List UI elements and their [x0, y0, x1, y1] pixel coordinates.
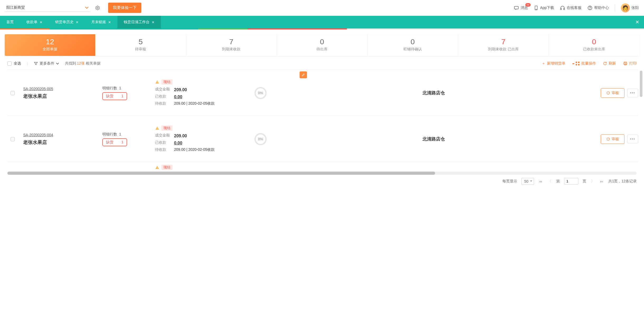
- divider: [615, 4, 615, 11]
- accent-bar: [0, 28, 644, 30]
- audit-button[interactable]: 审核: [601, 134, 624, 144]
- close-icon[interactable]: ✕: [40, 20, 42, 24]
- audit-button[interactable]: 审核: [601, 88, 624, 98]
- stat-card[interactable]: 12全部单据: [5, 34, 95, 56]
- received-value[interactable]: 0.00: [174, 139, 182, 147]
- warning-icon: [155, 165, 159, 169]
- more-button[interactable]: •••: [627, 89, 638, 97]
- more-filter[interactable]: 更多条件: [34, 61, 59, 66]
- plus-icon: ＋: [542, 61, 545, 66]
- stat-number: 0: [551, 37, 637, 46]
- tab-label: 钱货日清工作台: [124, 20, 150, 25]
- warehouse-name: 北清路店仓: [282, 90, 585, 96]
- row-checkbox[interactable]: [7, 91, 18, 95]
- edit-badge[interactable]: [300, 71, 307, 78]
- stat-card[interactable]: 7到期未收款: [186, 34, 277, 56]
- more-button[interactable]: •••: [627, 135, 638, 143]
- row-checkbox[interactable]: [7, 137, 18, 141]
- stat-label: 到期未收款 已出库: [460, 47, 546, 52]
- stat-card[interactable]: 0待出库: [277, 34, 368, 56]
- messages-link[interactable]: 消息 •••: [514, 5, 528, 11]
- gear-icon[interactable]: [95, 5, 100, 11]
- help-link[interactable]: 帮助中心: [587, 5, 609, 11]
- svg-rect-20: [157, 168, 157, 168]
- tab-月末锁账[interactable]: 月末锁账✕: [85, 16, 117, 28]
- stat-card[interactable]: 7到期未收款 已出库: [458, 34, 549, 56]
- tab-销货单历史[interactable]: 销货单历史✕: [49, 16, 85, 28]
- col-lines: 明细行数 1缺货1: [102, 86, 150, 100]
- add-order-button[interactable]: ＋ 新增销货单: [542, 61, 565, 66]
- print-button[interactable]: 打印: [623, 61, 637, 66]
- company-name: 阳江新商贸: [6, 5, 25, 10]
- stat-card[interactable]: 5待审核: [95, 34, 186, 56]
- service-label: 在线客服: [567, 6, 581, 10]
- svg-rect-16: [157, 83, 157, 83]
- order-number[interactable]: SA-20200205-004: [23, 133, 97, 137]
- page-input[interactable]: [564, 178, 578, 185]
- select-all[interactable]: 全选: [7, 61, 21, 66]
- avatar: 🧑: [621, 3, 630, 12]
- message-badge: •••: [525, 3, 531, 7]
- row-actions: 审核•••: [591, 88, 638, 98]
- per-page-select[interactable]: 50: [521, 178, 534, 185]
- order-list: SA-20200205-005老张水果店明细行数 1缺货1现结成交金额209.0…: [0, 70, 644, 172]
- pager-total: 共1页，12条记录: [608, 179, 637, 184]
- pay-tag: 现结: [161, 125, 172, 131]
- svg-rect-1: [515, 6, 518, 9]
- company-select[interactable]: 阳江新商贸: [5, 4, 90, 12]
- chevron-down-icon: [85, 6, 89, 9]
- next-page-icon[interactable]: 〉: [590, 179, 595, 184]
- svg-rect-17: [157, 128, 157, 129]
- found-suffix: 相关单据: [85, 61, 100, 65]
- prev-page-icon[interactable]: 〈: [547, 179, 552, 184]
- try-button[interactable]: 我要体验一下: [108, 3, 141, 13]
- svg-rect-18: [157, 129, 157, 129]
- last-page-icon[interactable]: ⏭: [599, 179, 604, 183]
- page-suffix: 页: [583, 179, 586, 184]
- pager: 每页显示 50 ⏮ 〈 第 页 〉 ⏭ 共1页，12条记录: [0, 175, 644, 188]
- app-download-link[interactable]: App下载: [534, 5, 554, 11]
- svg-rect-15: [157, 81, 157, 82]
- found-count: 12张: [77, 61, 85, 65]
- stat-card[interactable]: 0旺铺待确认: [367, 34, 458, 56]
- user-name: 张阳: [631, 6, 639, 10]
- stat-label: 待出库: [279, 47, 365, 52]
- tab-label: 月末锁账: [91, 20, 106, 25]
- tab-钱货日清工作台[interactable]: 钱货日清工作台✕: [117, 16, 161, 28]
- more-filter-label: 更多条件: [40, 61, 54, 66]
- service-link[interactable]: 在线客服: [560, 5, 581, 11]
- amount-value: 209.00: [174, 132, 187, 139]
- tab-首页[interactable]: 首页: [0, 16, 20, 28]
- close-all-tabs[interactable]: ✕: [631, 19, 644, 25]
- per-page-label: 每页显示: [502, 179, 517, 184]
- print-label: 打印: [629, 61, 637, 66]
- refresh-button[interactable]: 刷新: [603, 61, 616, 66]
- batch-button[interactable]: ▪▪ 批量操作: [572, 61, 596, 66]
- received-value[interactable]: 0.00: [174, 93, 182, 100]
- first-page-icon[interactable]: ⏮: [538, 179, 543, 183]
- close-icon[interactable]: ✕: [108, 20, 111, 24]
- shortage-box: 缺货1: [102, 92, 127, 100]
- scrollbar[interactable]: [640, 71, 642, 97]
- tab-收款单[interactable]: 收款单✕: [20, 16, 49, 28]
- stat-card[interactable]: 0已收款未出库: [549, 34, 639, 56]
- found-prefix: 共找到: [65, 61, 77, 65]
- per-page-value: 50: [524, 179, 528, 183]
- user-menu[interactable]: 🧑 张阳: [621, 3, 639, 12]
- svg-point-7: [590, 9, 590, 9]
- horizontal-scrollbar[interactable]: [7, 172, 637, 175]
- print-icon: [623, 61, 628, 66]
- order-row: SA-20200205-004老张水果店明细行数 1缺货1现结成交金额209.0…: [7, 116, 638, 162]
- page-prefix: 第: [556, 179, 560, 184]
- order-number[interactable]: SA-20200205-005: [23, 87, 97, 91]
- shield-icon: [606, 91, 610, 95]
- warning-icon: [155, 126, 159, 130]
- svg-point-3: [536, 9, 536, 9]
- svg-rect-10: [576, 64, 577, 65]
- close-icon[interactable]: ✕: [152, 20, 155, 24]
- phone-icon: [534, 5, 539, 11]
- svg-rect-9: [578, 62, 579, 63]
- message-icon: [514, 5, 519, 11]
- close-icon[interactable]: ✕: [76, 20, 79, 24]
- line-count: 明细行数 1: [102, 86, 150, 91]
